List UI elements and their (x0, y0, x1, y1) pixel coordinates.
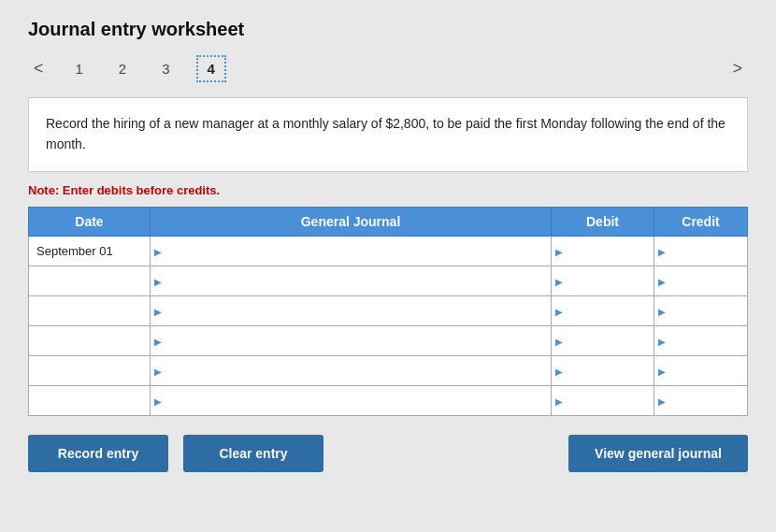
record-entry-button[interactable]: Record entry (28, 435, 168, 472)
clear-entry-button[interactable]: Clear entry (183, 435, 323, 472)
header-debit: Debit (552, 208, 654, 237)
tab-4[interactable]: 4 (196, 55, 226, 82)
cell-debit[interactable] (552, 237, 654, 266)
tab-1[interactable]: 1 (66, 57, 93, 80)
description-text: Record the hiring of a new manager at a … (46, 116, 726, 151)
next-arrow[interactable]: > (726, 57, 748, 80)
view-general-journal-button[interactable]: View general journal (568, 435, 748, 472)
page-title: Journal entry worksheet (28, 19, 748, 40)
cell-debit[interactable] (552, 386, 654, 416)
prev-arrow[interactable]: < (28, 57, 50, 80)
journal-table: Date General Journal Debit Credit Septem… (28, 207, 748, 416)
header-date: Date (29, 208, 151, 237)
cell-date[interactable]: September 01 (29, 237, 151, 266)
cell-date[interactable] (29, 386, 151, 416)
cell-credit[interactable] (654, 266, 748, 296)
cell-date[interactable] (29, 356, 151, 386)
tab-3[interactable]: 3 (152, 57, 179, 80)
cell-journal[interactable] (151, 237, 552, 266)
cell-credit[interactable] (654, 326, 748, 356)
table-row (29, 356, 748, 386)
cell-credit[interactable] (654, 296, 748, 326)
header-journal: General Journal (151, 208, 552, 237)
note-text: Note: Enter debits before credits. (28, 183, 748, 197)
cell-journal[interactable] (151, 296, 552, 326)
cell-journal[interactable] (151, 326, 552, 356)
cell-debit[interactable] (552, 266, 654, 296)
cell-journal[interactable] (151, 356, 552, 386)
cell-credit[interactable] (654, 237, 748, 266)
cell-debit[interactable] (552, 326, 654, 356)
description-box: Record the hiring of a new manager at a … (28, 97, 748, 172)
button-row: Record entry Clear entry View general jo… (28, 435, 748, 472)
cell-journal[interactable] (151, 386, 552, 416)
tab-2[interactable]: 2 (109, 57, 136, 80)
cell-journal[interactable] (151, 266, 552, 296)
table-row: September 01 (29, 237, 748, 266)
cell-date[interactable] (29, 296, 151, 326)
table-row (29, 266, 748, 296)
table-row (29, 296, 748, 326)
tab-navigation: < 1 2 3 4 > (28, 55, 748, 82)
table-row (29, 326, 748, 356)
cell-debit[interactable] (552, 296, 654, 326)
cell-date[interactable] (29, 266, 151, 296)
cell-debit[interactable] (552, 356, 654, 386)
cell-date[interactable] (29, 326, 151, 356)
header-credit: Credit (654, 208, 748, 237)
table-row (29, 386, 748, 416)
cell-credit[interactable] (654, 386, 748, 416)
cell-credit[interactable] (654, 356, 748, 386)
